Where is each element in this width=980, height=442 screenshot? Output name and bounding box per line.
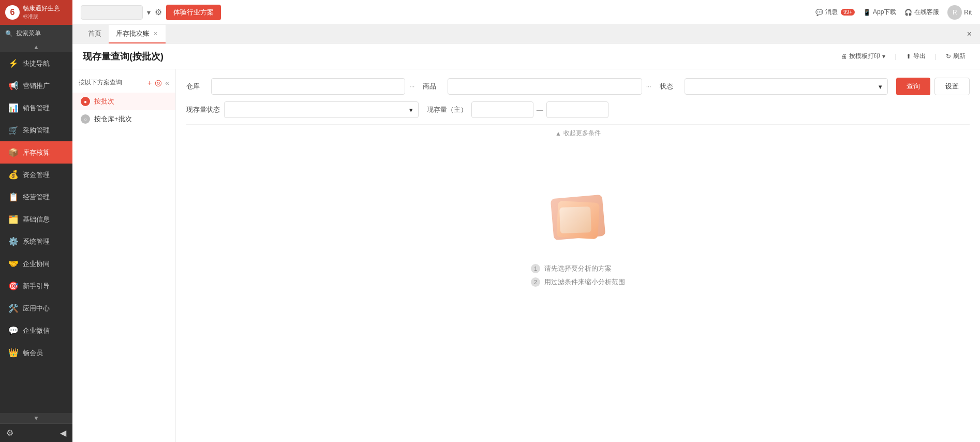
settings-icon[interactable]: ⚙: [6, 428, 13, 438]
panel-header: 按以下方案查询 + ◎ «: [72, 75, 175, 93]
empty-icon: [547, 191, 609, 254]
empty-icon-top: [559, 207, 591, 233]
product-input[interactable]: [448, 78, 642, 95]
sidebar-item-label: 企业协同: [23, 259, 50, 269]
sales-icon: 📊: [8, 103, 19, 113]
sidebar-item-purchase[interactable]: 🛒 采购管理: [0, 119, 72, 141]
status-select[interactable]: ▾: [685, 78, 888, 95]
export-icon: ⬆: [906, 53, 911, 60]
sidebar-item-operation[interactable]: 📋 经营管理: [0, 186, 72, 208]
product-more-button[interactable]: ···: [646, 83, 651, 90]
sidebar-item-wechat[interactable]: 💬 企业微信: [0, 319, 72, 342]
content-area: 按以下方案查询 + ◎ « ● 按批次 ○ 按仓库+批次: [72, 69, 980, 442]
export-button[interactable]: ⬆ 导出: [902, 50, 930, 63]
stock-status-select[interactable]: ▾: [224, 101, 419, 118]
sidebar-scroll-down[interactable]: ▼: [0, 413, 72, 423]
topbar-gear-icon[interactable]: ⚙: [155, 7, 162, 17]
sidebar-item-label: 销售管理: [23, 104, 50, 113]
message-button[interactable]: 💬 消息 99+: [815, 8, 855, 17]
panel-item-warehouse-batch[interactable]: ○ 按仓库+批次: [72, 110, 175, 128]
sidebar-item-marketing[interactable]: 📢 营销推广: [0, 75, 72, 97]
service-label: 在线客服: [914, 8, 939, 17]
panel-header-label: 按以下方案查询: [79, 78, 122, 87]
filter-row-1: 仓库 ··· 商品 ··· 状态 ▾: [186, 78, 970, 95]
product-label: 商品: [423, 82, 443, 91]
tab-close-button[interactable]: ×: [153, 30, 158, 37]
sidebar-item-basic[interactable]: 🗂️ 基础信息: [0, 208, 72, 230]
settings-button[interactable]: 设置: [934, 78, 970, 95]
sidebar-item-guide[interactable]: 🎯 新手引导: [0, 275, 72, 297]
stock-quantity-group: 现存量（主） —: [427, 101, 659, 118]
query-button[interactable]: 查询: [896, 78, 930, 95]
refresh-icon: ↻: [946, 53, 951, 60]
sidebar-item-inventory[interactable]: 📦 库存核算: [0, 141, 72, 164]
member-icon: 👑: [8, 348, 19, 358]
purchase-icon: 🛒: [8, 125, 19, 135]
sidebar-item-member[interactable]: 👑 畅会员: [0, 342, 72, 364]
stock-quantity-dash: —: [537, 106, 543, 114]
refresh-button[interactable]: ↻ 刷新: [942, 50, 970, 63]
collapse-label: 收起更多条件: [563, 129, 601, 138]
warehouse-more-button[interactable]: ···: [409, 83, 414, 90]
add-scheme-button[interactable]: +: [147, 79, 152, 87]
tab-home[interactable]: 首页: [81, 25, 109, 43]
app-title-group: 畅康通好生意 标准版: [23, 5, 60, 20]
user-area[interactable]: R Rit: [947, 5, 972, 20]
trial-button[interactable]: 体验行业方案: [166, 5, 221, 20]
topbar-right: 💬 消息 99+ 📱 App下载 🎧 在线客服 R Rit: [815, 5, 972, 20]
sidebar-bottom: ⚙ ◀: [0, 423, 72, 442]
target-icon-button[interactable]: ◎: [155, 78, 162, 87]
sidebar-item-label: 经营管理: [23, 193, 50, 202]
topbar-search-input[interactable]: [81, 5, 143, 20]
stock-status-chevron-icon: ▾: [409, 106, 413, 114]
sidebar-item-label: 新手引导: [23, 282, 50, 291]
sidebar-item-label: 快捷导航: [23, 59, 50, 68]
close-panel-button[interactable]: ×: [967, 30, 972, 39]
product-filter-group: 商品 ···: [423, 78, 651, 95]
stock-status-label: 现存量状态: [186, 105, 220, 114]
sidebar-item-label: 库存核算: [23, 148, 50, 157]
warehouse-batch-icon: ○: [81, 114, 90, 124]
enterprise-icon: 🤝: [8, 259, 19, 269]
marketing-icon: 📢: [8, 81, 19, 91]
filter-buttons: 查询 设置: [896, 78, 970, 95]
collapse-more-button[interactable]: ▲ 收起更多条件: [186, 124, 970, 142]
message-badge: 99+: [841, 9, 855, 16]
sidebar-item-quick-nav[interactable]: ⚡ 快捷导航: [0, 52, 72, 75]
collapse-sidebar-icon[interactable]: ◀: [60, 428, 66, 438]
user-name: Rit: [964, 9, 972, 16]
empty-tip-1: 1 请先选择要分析的方案: [531, 264, 625, 273]
page-title: 现存量查询(按批次): [83, 50, 164, 63]
tip-text-2: 用过滤条件来缩小分析范围: [544, 277, 625, 287]
panel-header-actions: + ◎ «: [147, 78, 169, 87]
stock-status-group: 现存量状态 ▾: [186, 101, 419, 118]
sidebar-search[interactable]: 🔍 搜索菜单: [0, 25, 72, 42]
divider2: |: [935, 52, 937, 60]
sidebar-item-system[interactable]: ⚙️ 系统管理: [0, 230, 72, 253]
topbar: ▾ ⚙ 体验行业方案 💬 消息 99+ 📱 App下载 🎧 在线客服 R Rit: [72, 0, 980, 25]
tip-text-1: 请先选择要分析的方案: [544, 264, 612, 273]
status-filter-group: 状态 ▾: [660, 78, 888, 95]
tab-inventory-batch[interactable]: 库存批次账 ×: [109, 25, 166, 43]
appstore-icon: 🛠️: [8, 303, 19, 313]
stock-quantity-min[interactable]: [471, 101, 533, 118]
divider1: |: [895, 52, 896, 60]
collapse-panel-button[interactable]: «: [165, 79, 169, 87]
warehouse-input[interactable]: [211, 78, 405, 95]
sidebar-item-enterprise[interactable]: 🤝 企业协同: [0, 253, 72, 275]
message-label: 消息: [825, 8, 838, 17]
online-service-button[interactable]: 🎧 在线客服: [904, 8, 939, 17]
sidebar-item-sales[interactable]: 📊 销售管理: [0, 97, 72, 119]
topbar-dropdown-button[interactable]: ▾: [147, 8, 151, 17]
service-icon: 🎧: [904, 9, 912, 16]
empty-tips: 1 请先选择要分析的方案 2 用过滤条件来缩小分析范围: [531, 264, 625, 287]
sidebar-item-appstore[interactable]: 🛠️ 应用中心: [0, 297, 72, 319]
panel-item-batch[interactable]: ● 按批次: [72, 93, 175, 110]
sidebar-item-label: 基础信息: [23, 215, 50, 224]
sidebar-item-finance[interactable]: 💰 资金管理: [0, 164, 72, 186]
sidebar-scroll-up[interactable]: ▲: [0, 42, 72, 52]
empty-tip-2: 2 用过滤条件来缩小分析范围: [531, 277, 625, 287]
app-download-button[interactable]: 📱 App下载: [863, 8, 896, 17]
stock-quantity-max[interactable]: [546, 101, 608, 118]
print-button[interactable]: 🖨 按模板打印 ▾: [837, 50, 889, 63]
